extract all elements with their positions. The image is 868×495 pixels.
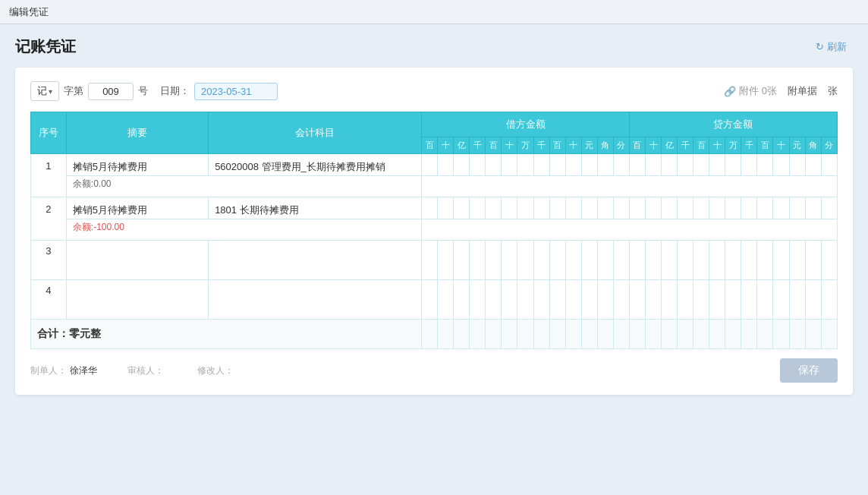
- creator-field: 制单人： 徐泽华: [30, 364, 97, 377]
- c-jiao1: 角: [805, 137, 821, 154]
- c-wan1: 万: [725, 137, 741, 154]
- r1-c9[interactable]: [757, 154, 773, 176]
- attachment-area: 🔗 附件 0张 附单据 张: [724, 84, 838, 98]
- r1-d5[interactable]: [486, 154, 502, 176]
- r2-c3[interactable]: [662, 197, 678, 219]
- r2-c10[interactable]: [773, 197, 789, 219]
- refresh-label: 刷新: [827, 40, 847, 54]
- c-shi1: 十: [645, 137, 661, 154]
- r2-c5[interactable]: [693, 197, 709, 219]
- voucher-number-input[interactable]: [88, 83, 134, 100]
- r2-d9[interactable]: [549, 197, 565, 219]
- c-fen1: 分: [821, 137, 837, 154]
- r1-c8[interactable]: [741, 154, 757, 176]
- voucher-card: 记 ▾ 字第 号 日期： 🔗 附件 0张 附单据 张: [15, 68, 853, 395]
- r1-d9[interactable]: [549, 154, 565, 176]
- table-header-row: 序号 摘要 会计科目 借方金额 贷方金额: [31, 112, 838, 137]
- attachment-doc[interactable]: 附单据: [788, 84, 817, 98]
- form-row: 记 ▾ 字第 号 日期： 🔗 附件 0张 附单据 张: [30, 81, 838, 101]
- r2-c9[interactable]: [757, 197, 773, 219]
- date-group: 日期：: [160, 83, 278, 100]
- d-shi1: 十: [438, 137, 454, 154]
- type-value: 记: [37, 84, 47, 98]
- type-dropdown[interactable]: 记 ▾: [30, 81, 59, 101]
- table-row: 1 摊销5月待摊费用 56020008 管理费用_长期待摊费用摊销: [31, 154, 838, 176]
- save-button[interactable]: 保存: [780, 358, 838, 383]
- page-title: 记账凭证: [15, 36, 76, 57]
- r1-d6[interactable]: [502, 154, 517, 176]
- row2-account[interactable]: 1801 长期待摊费用: [209, 197, 422, 219]
- refresh-icon: ↻: [816, 41, 824, 52]
- r1-c3[interactable]: [662, 154, 678, 176]
- total-label: 合计：零元整: [31, 320, 422, 349]
- c-shi3: 十: [773, 137, 789, 154]
- c-bai3: 百: [757, 137, 773, 154]
- row1-account[interactable]: 56020008 管理费用_长期待摊费用摊销: [209, 154, 422, 176]
- total-row: 合计：零元整: [31, 320, 838, 349]
- r1-d4[interactable]: [470, 154, 486, 176]
- r1-d10[interactable]: [565, 154, 581, 176]
- row4-summary[interactable]: [66, 280, 208, 320]
- r1-c6[interactable]: [709, 154, 725, 176]
- row1-summary[interactable]: 摊销5月待摊费用: [66, 154, 208, 176]
- r1-d3[interactable]: [454, 154, 470, 176]
- r2-c2[interactable]: [645, 197, 661, 219]
- r2-d8[interactable]: [533, 197, 549, 219]
- r2-d12[interactable]: [597, 197, 613, 219]
- d-shi2: 十: [502, 137, 517, 154]
- refresh-button[interactable]: ↻ 刷新: [810, 37, 853, 57]
- r1-d12[interactable]: [597, 154, 613, 176]
- r1-c4[interactable]: [678, 154, 693, 176]
- r1-d11[interactable]: [581, 154, 597, 176]
- row3-summary[interactable]: [66, 241, 208, 280]
- r2-c12[interactable]: [805, 197, 821, 219]
- date-input[interactable]: [194, 83, 278, 100]
- th-debit: 借方金额: [422, 112, 630, 137]
- row4-seq: 4: [31, 280, 67, 320]
- r1-c7[interactable]: [725, 154, 741, 176]
- r1-c2[interactable]: [645, 154, 661, 176]
- row2-summary[interactable]: 摊销5月待摊费用: [66, 197, 208, 219]
- r1-d7[interactable]: [517, 154, 533, 176]
- r2-d6[interactable]: [502, 197, 517, 219]
- r1-c5[interactable]: [693, 154, 709, 176]
- r2-d1[interactable]: [422, 197, 438, 219]
- r1-d8[interactable]: [533, 154, 549, 176]
- r2-d3[interactable]: [454, 197, 470, 219]
- row3-account[interactable]: [209, 241, 422, 280]
- r2-d11[interactable]: [581, 197, 597, 219]
- r1-c1[interactable]: [629, 154, 645, 176]
- r2-d2[interactable]: [438, 197, 454, 219]
- table-row: 4: [31, 280, 838, 320]
- table-row: 3: [31, 241, 838, 280]
- r2-c6[interactable]: [709, 197, 725, 219]
- r1-c10[interactable]: [773, 154, 789, 176]
- r2-c8[interactable]: [741, 197, 757, 219]
- row4-account[interactable]: [209, 280, 422, 320]
- hao-label: 号: [138, 84, 148, 98]
- date-label: 日期：: [160, 84, 190, 98]
- r2-d5[interactable]: [486, 197, 502, 219]
- r1-d13[interactable]: [613, 154, 629, 176]
- d-wan1: 万: [517, 137, 533, 154]
- r2-d4[interactable]: [470, 197, 486, 219]
- r1-c12[interactable]: [805, 154, 821, 176]
- r2-c4[interactable]: [678, 197, 693, 219]
- r1-c11[interactable]: [789, 154, 805, 176]
- r2-d13[interactable]: [613, 197, 629, 219]
- r2-c11[interactable]: [789, 197, 805, 219]
- r1-d1[interactable]: [422, 154, 438, 176]
- row2-balance-fill: [422, 219, 838, 241]
- c-yi1: 亿: [662, 137, 678, 154]
- r2-d7[interactable]: [517, 197, 533, 219]
- attachment-count: 0张: [762, 84, 777, 98]
- r2-d10[interactable]: [565, 197, 581, 219]
- r1-d2[interactable]: [438, 154, 454, 176]
- r1-c13[interactable]: [821, 154, 837, 176]
- r2-c1[interactable]: [629, 197, 645, 219]
- attachment-link[interactable]: 🔗 附件 0张: [724, 84, 777, 98]
- r2-c7[interactable]: [725, 197, 741, 219]
- d-bai3: 百: [549, 137, 565, 154]
- r2-c13[interactable]: [821, 197, 837, 219]
- d-yi1: 亿: [454, 137, 470, 154]
